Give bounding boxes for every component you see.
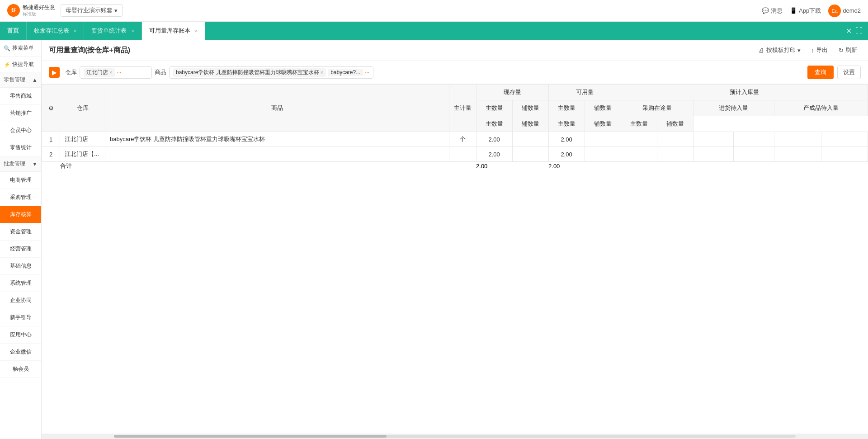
industry-selector[interactable]: 母婴行业演示账套 ▾ bbox=[61, 4, 123, 17]
footer-pt-aux bbox=[657, 162, 693, 170]
product-more-btn[interactable]: ··· bbox=[365, 69, 369, 76]
search-icon: 🔍 bbox=[4, 45, 10, 52]
cell-ip_aux bbox=[734, 147, 774, 162]
product-tag-1-close[interactable]: × bbox=[321, 70, 323, 75]
sidebar-item-app-center[interactable]: 应用中心 bbox=[0, 326, 41, 344]
tab-receipt-summary[interactable]: 收发存汇总表 × bbox=[27, 22, 84, 40]
horizontal-scrollbar[interactable] bbox=[42, 434, 868, 439]
sidebar-item-basic-info[interactable]: 基础信息 bbox=[0, 258, 41, 275]
footer-row: 合计 2.00 2.00 bbox=[42, 162, 868, 170]
footer-empty-1 bbox=[42, 162, 60, 170]
product-tag-2: babycare?... bbox=[328, 69, 363, 76]
tab-requisition-stats[interactable]: 要货单统计表 × bbox=[84, 22, 142, 40]
logo-text-block: 畅捷通好生意 标准版 bbox=[23, 4, 55, 17]
app-download-label: App下载 bbox=[799, 7, 821, 15]
nav-tabs-spacer bbox=[205, 22, 840, 40]
sidebar-item-retail-mall[interactable]: 零售商城 bbox=[0, 88, 41, 105]
close-receipt-summary-icon[interactable]: × bbox=[74, 28, 76, 33]
filter-area: ▶ 仓库 江北门店 × ··· 商品 babycare学饮杯 儿童防摔防撞吸管杯… bbox=[42, 61, 868, 84]
sidebar-item-marketing[interactable]: 营销推广 bbox=[0, 105, 41, 122]
sidebar-item-inventory[interactable]: 库存核算 bbox=[0, 206, 41, 223]
close-available-inventory-icon[interactable]: × bbox=[195, 28, 198, 33]
close-all-tabs-btn[interactable]: ✕ bbox=[846, 27, 852, 35]
sidebar-search[interactable]: 🔍 搜索菜单 bbox=[0, 40, 41, 57]
logo-area: 好 畅捷通好生意 标准版 bbox=[7, 4, 55, 17]
print-btn[interactable]: 🖨 按模板打印 ▾ bbox=[755, 44, 804, 56]
quick-nav-icon: ⚡ bbox=[4, 61, 10, 68]
user-area[interactable]: Ea demo2 bbox=[828, 5, 861, 17]
ecommerce-mgmt-label: 电商管理 bbox=[10, 176, 32, 184]
new-guide-label: 新手引导 bbox=[10, 314, 32, 321]
sidebar-item-ecommerce-mgmt[interactable]: 电商管理 bbox=[0, 172, 41, 189]
message-btn[interactable]: 💬 消息 bbox=[762, 7, 783, 15]
page-header: 可用量查询(按仓库+商品) 🖨 按模板打印 ▾ ↑ 导出 ↻ 刷新 bbox=[42, 40, 868, 61]
sidebar-item-finance-mgmt[interactable]: 资金管理 bbox=[0, 223, 41, 241]
cell-index: 1 bbox=[42, 132, 60, 147]
table-area: ⚙ 仓库 商品 主计量 现存量 可用量 预计入库量 主数量 辅数量 主数量 辅数… bbox=[42, 84, 868, 434]
export-btn[interactable]: ↑ 导出 bbox=[808, 44, 832, 56]
content-area: 可用量查询(按仓库+商品) 🖨 按模板打印 ▾ ↑ 导出 ↻ 刷新 ▶ bbox=[42, 40, 868, 439]
sidebar-item-wholesale-mgmt[interactable]: 批发管理 ▼ bbox=[0, 156, 41, 172]
footer-ip-aux bbox=[734, 162, 774, 170]
sidebar-quick-nav[interactable]: ⚡ 快捷导航 bbox=[0, 57, 41, 72]
message-icon: 💬 bbox=[762, 7, 769, 14]
sidebar-item-operations-mgmt[interactable]: 经营管理 bbox=[0, 241, 41, 258]
retail-mall-label: 零售商城 bbox=[10, 92, 32, 100]
table-row: 1江北门店babycare学饮杯 儿童防摔防撞吸管杯重力球吸嘴杯宝宝水杯个2.0… bbox=[42, 132, 868, 147]
warehouse-filter-input[interactable]: 江北门店 × ··· bbox=[80, 66, 152, 79]
sidebar-item-system-mgmt[interactable]: 系统管理 bbox=[0, 275, 41, 292]
enterprise-wechat-label: 企业微信 bbox=[10, 348, 32, 356]
sidebar-item-member-center[interactable]: 会员中心 bbox=[0, 122, 41, 139]
sidebar-item-member[interactable]: 畅会员 bbox=[0, 361, 41, 378]
close-requisition-stats-icon[interactable]: × bbox=[131, 28, 134, 33]
nav-tabs-actions: ✕ ⛶ bbox=[840, 22, 868, 40]
query-btn[interactable]: 查询 bbox=[807, 66, 834, 79]
scroll-thumb bbox=[114, 435, 387, 438]
sidebar-item-purchase-mgmt[interactable]: 采购管理 bbox=[0, 189, 41, 206]
col-fp-main-header: 主数量 bbox=[621, 116, 657, 132]
col-settings-header[interactable]: ⚙ bbox=[42, 85, 60, 132]
purchase-mgmt-label: 采购管理 bbox=[10, 194, 32, 201]
product-filter-input[interactable]: babycare学饮杯 儿童防摔防撞吸管杯重力球吸嘴杯宝宝水杯 × babyca… bbox=[169, 66, 373, 79]
cell-product bbox=[105, 147, 449, 162]
app-download-btn[interactable]: 📱 App下载 bbox=[790, 7, 821, 15]
filter-toggle-btn[interactable]: ▶ bbox=[49, 67, 60, 78]
user-name: demo2 bbox=[843, 7, 861, 14]
cell-product: babycare学饮杯 儿童防摔防撞吸管杯重力球吸嘴杯宝宝水杯 bbox=[105, 132, 449, 147]
cell-cs_main: 2.00 bbox=[476, 147, 512, 162]
tab-requisition-stats-label: 要货单统计表 bbox=[91, 27, 127, 35]
footer-pt-main bbox=[621, 162, 657, 170]
settings-btn[interactable]: 设置 bbox=[837, 66, 861, 79]
col-cs-aux-header: 辅数量 bbox=[512, 100, 548, 116]
finance-mgmt-label: 资金管理 bbox=[10, 228, 32, 236]
sidebar-item-retail-mgmt[interactable]: 零售管理 ▲ bbox=[0, 72, 41, 88]
chevron-down-icon: ▾ bbox=[114, 7, 118, 14]
main-layout: 🔍 搜索菜单 ⚡ 快捷导航 零售管理 ▲ 零售商城 营销推广 会员中心 零售统计… bbox=[0, 40, 868, 439]
product-tag-2-value: babycare?... bbox=[330, 69, 360, 76]
cell-fp_main bbox=[774, 132, 821, 147]
cell-ip_main bbox=[693, 147, 734, 162]
col-av-main-header: 主数量 bbox=[548, 100, 585, 116]
fullscreen-btn[interactable]: ⛶ bbox=[855, 27, 863, 35]
sidebar-item-enterprise-collab[interactable]: 企业协同 bbox=[0, 292, 41, 309]
print-label: 按模板打印 bbox=[766, 46, 796, 54]
sidebar-item-retail-stats[interactable]: 零售统计 bbox=[0, 139, 41, 156]
warehouse-filter-label: 仓库 bbox=[65, 68, 77, 76]
cell-warehouse: 江北门店【... bbox=[60, 147, 105, 162]
warehouse-tag: 江北门店 × bbox=[84, 68, 115, 77]
sidebar-item-enterprise-wechat[interactable]: 企业微信 bbox=[0, 344, 41, 361]
footer-av-main: 2.00 bbox=[548, 162, 585, 170]
footer-ip-main bbox=[693, 162, 734, 170]
member-center-label: 会员中心 bbox=[10, 127, 32, 134]
industry-label: 母婴行业演示账套 bbox=[66, 6, 113, 14]
cell-fp_aux bbox=[821, 132, 868, 147]
tab-available-inventory[interactable]: 可用量库存账本 × bbox=[142, 22, 205, 40]
tab-home[interactable]: 首页 bbox=[0, 22, 27, 40]
warehouse-more-btn[interactable]: ··· bbox=[117, 69, 121, 76]
sidebar-item-new-guide[interactable]: 新手引导 bbox=[0, 309, 41, 326]
col-av-aux-header: 辅数量 bbox=[585, 100, 621, 116]
retail-mgmt-arrow: ▲ bbox=[32, 77, 38, 83]
refresh-btn[interactable]: ↻ 刷新 bbox=[835, 44, 861, 56]
warehouse-tag-close[interactable]: × bbox=[109, 70, 112, 75]
footer-av-aux bbox=[585, 162, 621, 170]
